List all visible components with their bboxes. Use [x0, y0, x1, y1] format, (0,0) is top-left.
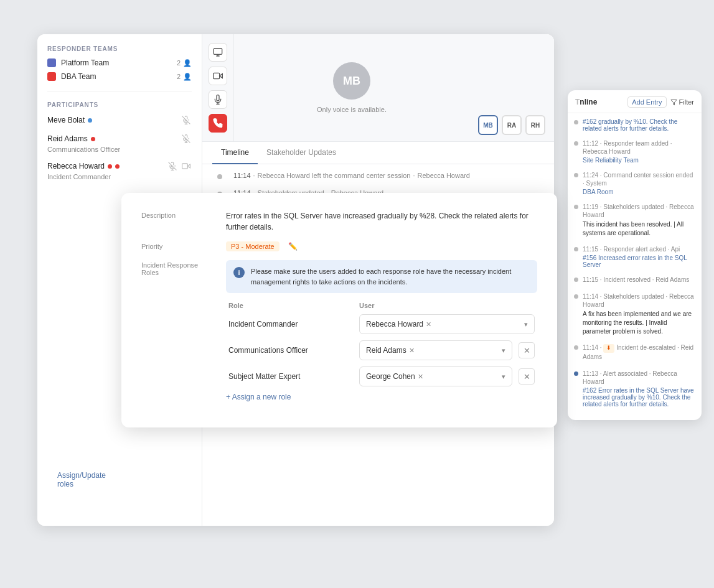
tl-author-0: Rebecca Howard: [417, 172, 469, 179]
screen-share-icon[interactable]: [209, 43, 227, 62]
rp-entry-4: 11:15 · Responder alert acked · Api #156…: [574, 245, 695, 268]
tab-timeline[interactable]: Timeline: [212, 142, 258, 164]
tl-sep-0: ·: [253, 172, 255, 179]
participant-reid: Reid Adams Communications Officer: [47, 133, 192, 153]
right-panel: Tnline Add Entry Filter #162 gradually b…: [568, 90, 702, 420]
mute-icon-meve[interactable]: [181, 114, 192, 126]
add-entry-btn[interactable]: Add Entry: [627, 96, 666, 108]
rp-dot-0: [574, 120, 578, 124]
role-user-2: George Cohen: [366, 372, 415, 381]
role-name-1: Communications Officer: [228, 346, 353, 355]
tl-time-0: 11:14: [233, 172, 251, 179]
priority-label: Priority: [141, 241, 216, 250]
rp-entry-1: 11:12 · Responder team added · Rebecca H…: [574, 139, 695, 164]
participants-label: PARTICIPANTS: [47, 101, 192, 108]
participant-name-meve: Meve Bolat: [47, 116, 85, 124]
rp-dot-5: [574, 278, 578, 282]
remove-btn-2[interactable]: ✕: [519, 368, 535, 385]
priority-row: Priority P3 - Moderate ✏️: [141, 241, 537, 251]
rp-entry-0: #162 gradually by %10. Check the related…: [574, 118, 695, 132]
team-count-dba: 2: [177, 73, 181, 80]
role-select-0[interactable]: Rebecca Howard ✕ ▾: [359, 314, 535, 334]
incident-response-label: Incident Response Roles: [141, 260, 216, 276]
rp-dot-7: [574, 345, 578, 350]
phone-btn[interactable]: [209, 114, 227, 133]
role-remove-2[interactable]: ✕: [418, 373, 423, 381]
remove-btn-1[interactable]: ✕: [519, 342, 535, 358]
tab-stakeholder[interactable]: Stakeholder Updates: [258, 142, 345, 164]
role-remove-1[interactable]: ✕: [409, 347, 415, 355]
team-name-platform: Platform Team: [61, 58, 109, 67]
rp-entry-3: 11:19 · Stakeholders updated · Rebecca H…: [574, 203, 695, 238]
description-value: Error rates in the SQL Server have incre…: [226, 210, 537, 233]
team-item-dba[interactable]: DBA Team 2 👤: [47, 72, 192, 81]
info-text: Please make sure the users added to each…: [251, 266, 530, 287]
rp-link-8[interactable]: #162 Error rates in the SQL Server have …: [583, 387, 695, 408]
role-select-1[interactable]: Reid Adams ✕ ▾: [359, 340, 512, 360]
voice-participant-rh[interactable]: RH: [525, 115, 545, 135]
tl-sep2-0: ·: [413, 172, 415, 179]
edit-priority-icon[interactable]: ✏️: [288, 242, 298, 251]
roles-table: Role User Incident Commander Rebecca How…: [226, 302, 537, 401]
chevron-2: ▾: [502, 373, 505, 381]
role-name-2: Subject Matter Expert: [228, 372, 353, 381]
voice-center: MB Only voice is available.: [234, 34, 469, 141]
svg-rect-10: [182, 164, 188, 169]
tl-dot-0: [217, 174, 222, 179]
rp-text-3: This incident has been resolved. | All s…: [583, 220, 695, 238]
voice-avatar: MB: [333, 62, 370, 100]
role-remove-0[interactable]: ✕: [426, 320, 431, 329]
info-icon: i: [233, 267, 245, 278]
mute-icon-reid[interactable]: [181, 133, 192, 144]
participant-role-rebecca: Incident Commander: [47, 173, 192, 180]
priority-value: P3 - Moderate: [231, 243, 275, 250]
role-row-2: Subject Matter Expert George Cohen ✕ ▾ ✕: [226, 366, 537, 386]
roles-header: Role User: [226, 302, 537, 309]
voice-participant-mb[interactable]: MB: [478, 115, 498, 135]
team-item-platform[interactable]: Platform Team 2 👤: [47, 58, 192, 67]
rp-header: Tnline Add Entry Filter: [568, 90, 702, 113]
rp-link-1[interactable]: Site Reliability Team: [583, 157, 695, 164]
tabs-row: Timeline Stakeholder Updates: [202, 142, 554, 164]
assign-roles-link[interactable]: Assign/Update roles: [57, 471, 106, 488]
rp-meta-6: 11:14 · Stakeholders updated · Rebecca H…: [583, 292, 695, 309]
rp-dot-8: [574, 371, 578, 376]
voice-panel: MB Only voice is available. MB RA RH: [202, 34, 554, 142]
svg-rect-15: [214, 73, 220, 78]
filter-btn[interactable]: Filter: [670, 98, 694, 106]
role-col-header: Role: [228, 302, 353, 309]
mute-icon-rebecca[interactable]: [167, 161, 178, 172]
rp-meta-1: 11:12 · Responder team added · Rebecca H…: [583, 139, 695, 156]
participant-rebecca: Rebecca Howard Incident Commander: [47, 161, 192, 180]
rp-meta-8: 11:13 · Alert associated · Rebecca Howar…: [583, 370, 695, 386]
team-count-platform: 2: [177, 59, 181, 67]
lower-panel: Description Error rates in the SQL Serve…: [121, 193, 557, 427]
priority-badge: P3 - Moderate: [226, 241, 279, 251]
status-dot-meve: [88, 118, 92, 123]
status-dot-rebecca-1: [108, 164, 112, 169]
svg-marker-14: [220, 74, 223, 78]
rp-link-0[interactable]: #162 gradually by %10. Check the related…: [583, 118, 695, 132]
rp-entry-5: 11:15 · Incident resolved · Reid Adams: [574, 276, 695, 285]
description-row: Description Error rates in the SQL Serve…: [141, 210, 537, 233]
participant-meve: Meve Bolat: [47, 114, 192, 126]
video-icon-rebecca[interactable]: [181, 161, 192, 172]
rp-dot-6: [574, 294, 578, 299]
roles-row: Incident Response Roles i Please make su…: [141, 260, 537, 401]
rp-title: Tnline: [575, 98, 597, 106]
rp-dot-1: [574, 141, 578, 146]
rp-entry-7: 11:14 · ⬇ Incident de-escalated · Reid A…: [574, 343, 695, 362]
filter-label: Filter: [679, 98, 694, 106]
voice-icons-col: [202, 34, 234, 141]
mic-btn[interactable]: [209, 90, 227, 109]
assign-new-role-btn[interactable]: + Assign a new role: [226, 393, 537, 401]
video-btn[interactable]: [209, 67, 227, 85]
chevron-1: ▾: [502, 347, 505, 355]
rp-link-2[interactable]: DBA Room: [583, 189, 695, 195]
role-row-1: Communications Officer Reid Adams ✕ ▾ ✕: [226, 340, 537, 360]
rp-timeline: #162 gradually by %10. Check the related…: [568, 113, 702, 420]
role-select-2[interactable]: George Cohen ✕ ▾: [359, 366, 512, 386]
team-name-dba: DBA Team: [61, 72, 96, 81]
voice-participant-ra[interactable]: RA: [502, 115, 522, 135]
rp-link-4[interactable]: #156 Increased error rates in the SQL Se…: [583, 254, 695, 268]
